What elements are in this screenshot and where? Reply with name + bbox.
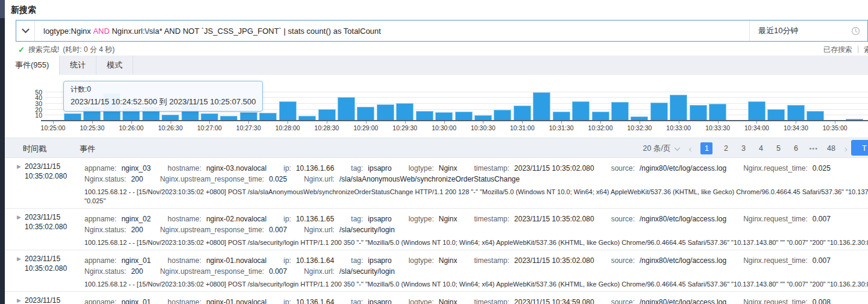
x-axis-tick-label: 10:25:00 — [32, 124, 74, 131]
field-tag[interactable]: tag:ipsapro — [351, 297, 391, 304]
histogram-bar[interactable] — [572, 101, 590, 121]
histogram-bar[interactable] — [240, 112, 257, 121]
field-appname[interactable]: appname:nginx_01 — [84, 297, 151, 304]
histogram-bar[interactable] — [318, 109, 336, 121]
field-nginxupstream_response_time[interactable]: Nginx.upstream_response_time:0.007 — [160, 266, 287, 277]
raw-log-message[interactable]: 100.125.68.12 - - [15/Nov/2023:10:35:02 … — [84, 280, 868, 289]
page-number-6[interactable]: 6 — [791, 144, 800, 153]
corner-action-button[interactable]: T — [851, 140, 868, 156]
collapsed-sidebar[interactable] — [0, 0, 5, 304]
tab-0[interactable]: 事件(955) — [5, 55, 60, 75]
histogram-bar[interactable] — [650, 103, 668, 121]
field-source[interactable]: source:/nginx80/etc/log/access.log — [611, 297, 726, 304]
raw-log-message[interactable]: 100.125.68.12 - - [15/Nov/2023:10:35:02 … — [84, 188, 868, 206]
page-number-3[interactable]: 3 — [739, 144, 747, 153]
expand-row-caret-icon[interactable]: ▶ — [17, 214, 21, 220]
tooltip-count: 计数:0 — [71, 84, 256, 95]
field-logtype[interactable]: logtype:Nginx — [409, 214, 458, 224]
field-appname[interactable]: appname:nginx_03 — [84, 163, 151, 174]
x-axis-tick-label: 10:34:30 — [775, 124, 817, 131]
field-timestamp[interactable]: timestamp:2023/11/15 10:34:59.080 — [474, 297, 594, 304]
field-hostname[interactable]: hostname:nginx-02.novalocal — [168, 214, 266, 224]
expand-row-caret-icon[interactable]: ▶ — [17, 256, 21, 262]
field-logtype[interactable]: logtype:Nginx — [409, 163, 458, 174]
search-dropdown-toggle[interactable] — [16, 21, 35, 41]
page-number-2[interactable]: 2 — [722, 144, 730, 153]
histogram-bar[interactable] — [807, 111, 824, 121]
field-source[interactable]: source:/nginx80/etc/log/access.log — [611, 163, 726, 174]
histogram-bar[interactable] — [377, 104, 394, 121]
field-tag[interactable]: tag:ipsapro — [351, 255, 391, 266]
field-logtype[interactable]: logtype:Nginx — [409, 255, 458, 266]
field-appname[interactable]: appname:nginx_02 — [84, 214, 151, 224]
histogram-bar[interactable] — [767, 109, 785, 121]
expand-row-caret-icon[interactable]: ▶ — [17, 297, 21, 303]
saved-search-link[interactable]: 已存搜索 — [823, 45, 852, 55]
time-range-selector[interactable]: 最近10分钟 — [749, 21, 867, 41]
query-text: Nginx.url:\/sla* AND NOT `JS_CSS_JPG_FON… — [110, 27, 381, 36]
histogram-bar[interactable] — [514, 106, 531, 121]
search-query-input[interactable]: logtype:Nginx AND Nginx.url:\/sla* AND N… — [35, 21, 749, 41]
histogram-bar[interactable] — [338, 97, 355, 121]
tab-1[interactable]: 统计 — [60, 55, 96, 75]
field-nginxrequest_time[interactable]: Nginx.request_time:0.025 — [743, 163, 831, 174]
histogram-bar[interactable] — [690, 105, 707, 121]
prev-page-button[interactable]: ‹ — [688, 144, 691, 153]
log-search-app: 新搜索 logtype:Nginx AND Nginx.url:\/sla* A… — [0, 0, 868, 304]
histogram-bar[interactable] — [455, 112, 473, 121]
histogram-bar[interactable] — [396, 103, 414, 121]
field-nginxstatus[interactable]: Nginx.status:200 — [84, 174, 143, 185]
field-appname[interactable]: appname:nginx_01 — [84, 255, 151, 266]
field-ip[interactable]: ip:10.136.1.66 — [283, 163, 334, 174]
page-number-5[interactable]: 5 — [774, 144, 782, 153]
pages-ellipsis[interactable]: ••• — [809, 145, 818, 152]
histogram-bar[interactable] — [670, 95, 687, 121]
field-nginxrequest_time[interactable]: Nginx.request_time:0.007 — [743, 255, 831, 266]
field-source[interactable]: source:/nginx80/etc/log/access.log — [611, 214, 726, 224]
field-ip[interactable]: ip:10.136.1.65 — [283, 214, 334, 224]
histogram-bar[interactable] — [787, 105, 805, 121]
field-nginxrequest_time[interactable]: Nginx.request_time:0.008 — [743, 297, 831, 304]
field-nginxurl[interactable]: Nginx.url:/sla/security/login — [304, 266, 395, 277]
histogram-bar[interactable] — [533, 92, 550, 121]
histogram-bar[interactable] — [592, 112, 609, 121]
histogram-bar[interactable] — [416, 111, 433, 121]
index-link[interactable]: 索引 — [864, 45, 868, 55]
tab-2[interactable]: 模式 — [96, 55, 133, 75]
expand-row-caret-icon[interactable]: ▶ — [17, 163, 21, 169]
field-source[interactable]: source:/nginx80/etc/log/access.log — [611, 255, 726, 266]
histogram-bar[interactable] — [357, 107, 374, 121]
field-hostname[interactable]: hostname:nginx-01.novalocal — [168, 297, 266, 304]
field-ip[interactable]: ip:10.136.1.64 — [283, 297, 334, 304]
field-nginxupstream_response_time[interactable]: Nginx.upstream_response_time:0.025 — [160, 174, 287, 185]
field-ip[interactable]: ip:10.136.1.64 — [283, 255, 334, 266]
page-size-select[interactable]: 20 条/页 — [643, 144, 680, 154]
field-tag[interactable]: tag:ipsapro — [351, 214, 391, 224]
field-nginxstatus[interactable]: Nginx.status:200 — [84, 266, 143, 277]
field-hostname[interactable]: hostname:nginx-01.novalocal — [168, 255, 266, 266]
field-timestamp[interactable]: timestamp:2023/11/15 10:35:02.080 — [474, 163, 594, 174]
x-axis-tick-label: 10:28:00 — [266, 124, 309, 131]
field-timestamp[interactable]: timestamp:2023/11/15 10:35:02.080 — [474, 214, 594, 224]
histogram-bar[interactable] — [279, 101, 297, 121]
field-tag[interactable]: tag:ipsapro — [351, 163, 391, 174]
field-nginxstatus[interactable]: Nginx.status:200 — [84, 224, 143, 235]
field-logtype[interactable]: logtype:Nginx — [409, 297, 458, 304]
histogram-bar[interactable] — [611, 102, 629, 121]
field-nginxupstream_response_time[interactable]: Nginx.upstream_response_time:0.007 — [160, 224, 287, 235]
histogram-bar[interactable] — [748, 101, 766, 121]
next-page-button[interactable]: › — [844, 144, 848, 153]
field-nginxurl[interactable]: Nginx.url:/sla/slaAnonymousWeb/synchroni… — [304, 174, 520, 185]
page-number-1[interactable]: 1 — [700, 142, 712, 154]
page-number-48[interactable]: 48 — [827, 144, 835, 153]
field-timestamp[interactable]: timestamp:2023/11/15 10:35:02.080 — [474, 255, 594, 266]
histogram-bar[interactable] — [553, 112, 570, 121]
histogram-bar[interactable] — [494, 110, 511, 121]
field-nginxrequest_time[interactable]: Nginx.request_time:0.007 — [743, 214, 831, 224]
field-hostname[interactable]: hostname:nginx-03.novalocal — [168, 163, 266, 174]
histogram-bar[interactable] — [709, 104, 726, 121]
field-nginxurl[interactable]: Nginx.url:/sla/security/login — [304, 224, 395, 235]
page-number-4[interactable]: 4 — [756, 144, 765, 153]
raw-log-message[interactable]: 100.125.68.12 - - [15/Nov/2023:10:35:02 … — [84, 238, 868, 247]
histogram-bar[interactable] — [435, 112, 453, 121]
